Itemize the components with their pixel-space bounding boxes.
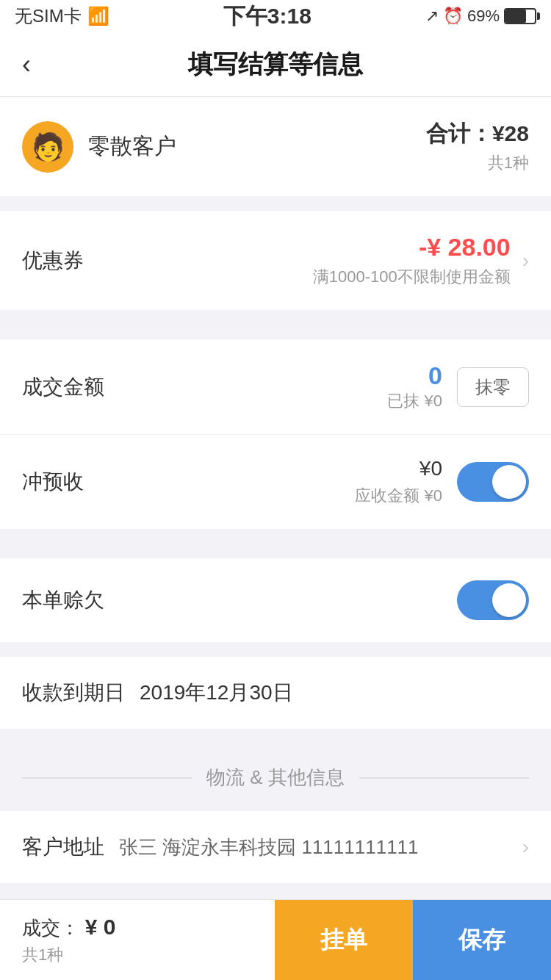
coupon-label: 优惠券 (22, 247, 84, 275)
battery-fill (505, 10, 526, 23)
section-divider-3 (0, 729, 551, 744)
coupon-section: 优惠券 -¥ 28.00 满1000-100不限制使用金额 › (0, 211, 551, 310)
debit-toggle[interactable] (457, 580, 529, 620)
transaction-label: 成交金额 (22, 373, 104, 401)
location-icon: ↗ (425, 7, 439, 26)
coupon-right: -¥ 28.00 满1000-100不限制使用金额 › (313, 233, 529, 288)
customer-summary: 合计：¥28 共1种 (426, 119, 529, 174)
prepay-amounts: ¥0 应收金额 ¥0 (355, 457, 442, 507)
bottom-info: 成交： ¥ 0 共1种 (0, 915, 275, 966)
back-button[interactable]: ‹ (22, 49, 31, 80)
address-row[interactable]: 客户地址 张三 海淀永丰科技园 11111111111 › (0, 811, 551, 883)
debit-label: 本单赊欠 (22, 586, 104, 614)
customer-name: 零散客户 (88, 131, 176, 162)
deal-amount: ¥ 0 (85, 915, 116, 939)
nav-bar: ‹ 填写结算等信息 (0, 32, 551, 97)
page-title: 填写结算等信息 (188, 48, 363, 82)
alarm-icon: ⏰ (443, 7, 463, 26)
battery-percent: 69% (467, 7, 500, 26)
transaction-value[interactable]: 0 (387, 361, 442, 390)
prepay-label: 冲预收 (22, 468, 84, 496)
due-date-section: 收款到期日 2019年12月30日 (0, 657, 551, 729)
chevron-right-icon: › (522, 249, 529, 273)
transaction-section: 成交金额 0 已抹 ¥0 抹零 冲预收 ¥0 应收金额 ¥0 (0, 339, 551, 529)
prepay-sub: 应收金额 ¥0 (355, 485, 442, 507)
coupon-amount: -¥ 28.00 (313, 233, 511, 262)
deal-label: 成交： (22, 917, 79, 939)
prepay-right: ¥0 应收金额 ¥0 (355, 457, 529, 507)
bottom-bar: 成交： ¥ 0 共1种 挂单 保存 (0, 899, 551, 980)
status-right: ↗ ⏰ 69% (425, 7, 536, 26)
transaction-sub: 已抹 ¥0 (387, 390, 442, 412)
debit-row: 本单赊欠 (0, 558, 551, 642)
status-left: 无SIM卡 📶 (15, 4, 109, 28)
prepay-amount: ¥0 (355, 457, 442, 480)
total-count: 共1种 (426, 152, 529, 174)
logistics-title: 物流 & 其他信息 (206, 766, 345, 788)
battery-indicator (504, 8, 536, 24)
due-date-label: 收款到期日 (22, 679, 125, 707)
coupon-desc: 满1000-100不限制使用金额 (313, 266, 511, 288)
section-divider-2 (0, 544, 551, 558)
wifi-icon: 📶 (87, 6, 109, 26)
total-label: 合计：¥28 (426, 119, 529, 149)
avatar-icon: 🧑 (32, 131, 65, 162)
save-button[interactable]: 保存 (413, 900, 551, 981)
avatar: 🧑 (22, 121, 73, 173)
bottom-deal-line: 成交： ¥ 0 (22, 915, 253, 941)
carrier-text: 无SIM卡 (15, 4, 82, 28)
customer-left: 🧑 零散客户 (22, 121, 176, 173)
logistics-header: 物流 & 其他信息 (0, 744, 551, 811)
address-value: 张三 海淀永丰科技园 11111111111 (119, 835, 508, 860)
hold-button[interactable]: 挂单 (275, 900, 413, 981)
due-date-row: 收款到期日 2019年12月30日 (0, 657, 551, 729)
prepay-row: 冲预收 ¥0 应收金额 ¥0 (0, 435, 551, 529)
customer-row: 🧑 零散客户 合计：¥28 共1种 (0, 97, 551, 196)
due-date-value: 2019年12月30日 (140, 679, 293, 707)
bottom-count: 共1种 (22, 944, 253, 966)
round-button[interactable]: 抹零 (457, 367, 529, 407)
coupon-row[interactable]: 优惠券 -¥ 28.00 满1000-100不限制使用金额 › (0, 211, 551, 310)
time-display: 下午3:18 (223, 1, 311, 32)
prepay-toggle[interactable] (457, 462, 529, 502)
address-chevron-icon: › (522, 835, 529, 859)
section-divider-1 (0, 325, 551, 339)
address-label: 客户地址 (22, 833, 104, 861)
logistics-title-wrap: 物流 & 其他信息 (192, 765, 359, 790)
status-bar: 无SIM卡 📶 下午3:18 ↗ ⏰ 69% (0, 0, 551, 32)
transaction-amount-row: 成交金额 0 已抹 ¥0 抹零 (0, 339, 551, 435)
